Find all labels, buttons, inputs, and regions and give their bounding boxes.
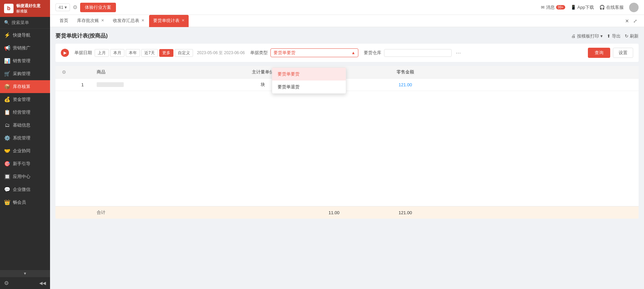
type-filter-label: 单据类型 — [250, 50, 268, 56]
table-footer: 合计 11.00 121.00 — [55, 206, 639, 219]
sidebar-item-member[interactable]: 👑畅会员 — [0, 196, 50, 209]
date-this-month-btn[interactable]: 本月 — [110, 49, 124, 57]
sidebar-scroll-down[interactable]: ▼ — [0, 270, 50, 277]
nav-icon-basic: 🗂 — [4, 122, 10, 128]
refresh-icon: ↻ — [625, 34, 628, 39]
nav-label-wechat: 企业微信 — [13, 186, 30, 193]
filter-action-buttons: 查询 设置 — [588, 48, 633, 58]
date-this-year-btn[interactable]: 本年 — [126, 49, 140, 57]
sidebar-item-appstore[interactable]: 🔲应用中心 — [0, 170, 50, 183]
user-avatar[interactable] — [629, 3, 639, 12]
tab-label-order-stats: 要货单统计表 — [153, 18, 180, 24]
print-icon: 🖨 — [571, 34, 576, 39]
query-button[interactable]: 查询 — [588, 48, 610, 58]
export-btn[interactable]: ⬆ 导出 — [607, 33, 621, 39]
nav-icon-inventory: 📦 — [4, 84, 10, 90]
filter-bar: ▶ 单据日期 上月 本月 本年 近7天 更多 自定义 2023-05-06 至 … — [55, 44, 639, 62]
nav-label-sales: 销售管理 — [13, 58, 30, 64]
sidebar-settings-icon[interactable]: ⚙ — [4, 280, 9, 286]
nav-icon-sales: 📊 — [4, 58, 10, 64]
nav-label-purchase: 采购管理 — [13, 71, 30, 77]
table-col-seq-header — [72, 66, 93, 78]
trial-button[interactable]: 体验行业方案 — [80, 3, 116, 12]
nav-label-inventory: 库存核算 — [13, 84, 30, 90]
footer-label-cell: 合计 — [93, 206, 227, 219]
nav-icon-guide: 🎯 — [4, 161, 10, 167]
tab-label-home: 首页 — [59, 18, 68, 24]
sidebar-item-purchase[interactable]: 🛒采购管理 — [0, 67, 50, 80]
messages-btn[interactable]: ✉ 消息 99+ — [541, 4, 565, 10]
row-goods-cell — [93, 79, 227, 91]
search-icon: 🔍 — [4, 20, 9, 25]
sidebar-item-sales[interactable]: 📊销售管理 — [0, 54, 50, 67]
headset-icon: 🎧 — [599, 5, 605, 10]
row-amount-cell: 121.00 — [370, 79, 441, 91]
message-icon: ✉ — [541, 5, 545, 10]
warehouse-input[interactable] — [384, 49, 452, 57]
sidebar-item-basic[interactable]: 🗂基础信息 — [0, 119, 50, 132]
app-download-btn[interactable]: 📱 App下载 — [571, 4, 594, 10]
topbar: 41 ▾ ⚙ 体验行业方案 ✉ 消息 99+ 📱 App下载 🎧 在线客服 — [50, 0, 644, 15]
row-rest-cell — [441, 79, 639, 91]
tab-close-inventory-batch[interactable]: ✕ — [101, 18, 104, 23]
topbar-left: 41 ▾ ⚙ 体验行业方案 — [55, 3, 537, 12]
date-last-7-days-btn[interactable]: 近7天 — [141, 49, 158, 57]
date-last-month-btn[interactable]: 上月 — [95, 49, 109, 57]
maximize-tabs-btn[interactable]: ⤢ — [632, 18, 639, 24]
online-service-btn[interactable]: 🎧 在线客服 — [599, 4, 624, 10]
sidebar-item-marketing[interactable]: 📢营销推广 — [0, 42, 50, 54]
sidebar-item-inventory[interactable]: 📦库存核算 — [0, 80, 50, 93]
sidebar-item-operation[interactable]: 📋经营管理 — [0, 106, 50, 119]
row-amount-link[interactable]: 121.00 — [399, 82, 412, 87]
tab-receive-summary[interactable]: 收发存汇总表✕ — [109, 15, 148, 27]
sidebar-collapse-icon[interactable]: ◀◀ — [39, 281, 46, 286]
warehouse-filter-group: 要货仓库 ··· — [364, 49, 461, 57]
table-col-settings-header: ⚙ — [55, 66, 72, 78]
sidebar-item-enterprise[interactable]: 🤝企业协同 — [0, 144, 50, 157]
tab-order-stats[interactable]: 要货单统计表✕ — [149, 15, 189, 27]
table-settings-icon[interactable]: ⚙ — [62, 69, 66, 75]
app-logo: b 畅捷通好生意 标准版 — [0, 0, 50, 17]
dropdown-item-order-goods[interactable]: 要货单要货 — [272, 68, 346, 81]
more-filters-btn[interactable]: ··· — [456, 49, 461, 57]
tab-inventory-batch[interactable]: 库存批次账✕ — [73, 15, 108, 27]
table-row: 1 块 11.00 121.00 — [55, 79, 639, 91]
tab-close-order-stats[interactable]: ✕ — [182, 18, 185, 23]
date-custom-btn[interactable]: 自定义 — [175, 49, 193, 57]
tab-close-receive-summary[interactable]: ✕ — [141, 18, 144, 23]
table-empty-space — [55, 91, 639, 206]
sidebar-item-guide[interactable]: 🎯新手引导 — [0, 157, 50, 170]
store-select[interactable]: 41 ▾ — [55, 3, 70, 11]
refresh-btn[interactable]: ↻ 刷新 — [625, 33, 639, 39]
store-caret-icon: ▾ — [65, 5, 67, 10]
date-more-btn[interactable]: 更多 — [159, 49, 173, 57]
type-selected-value: 要货单要货 — [273, 50, 295, 56]
type-select[interactable]: 要货单要货 ▲ — [270, 48, 358, 57]
tab-home[interactable]: 首页 — [55, 15, 72, 27]
phone-icon: 📱 — [571, 5, 576, 10]
sidebar-item-quick-nav[interactable]: ⚡快捷导航 — [0, 29, 50, 42]
table-header: ⚙ 商品 主计量单位 主数量 零售金额 — [55, 66, 639, 79]
nav-label-enterprise: 企业协同 — [13, 148, 30, 154]
print-caret-icon: ▾ — [600, 34, 603, 39]
table-col-rest-header — [441, 66, 639, 78]
settings-button[interactable]: 设置 — [613, 48, 633, 58]
table-col-amount-header: 零售金额 — [370, 66, 441, 78]
nav-icon-system: ⚙️ — [4, 135, 10, 141]
sidebar-item-wechat[interactable]: 💬企业微信 — [0, 183, 50, 196]
sidebar-item-system[interactable]: ⚙️系统管理 — [0, 132, 50, 144]
dropdown-item-order-return[interactable]: 要货单退货 — [272, 81, 346, 93]
footer-total-label: 合计 — [97, 209, 105, 216]
print-template-btn[interactable]: 🖨 按模板打印 ▾ — [571, 33, 603, 39]
nav-label-quick-nav: 快捷导航 — [13, 32, 30, 38]
tabs-actions: ✕ ⤢ — [624, 18, 639, 24]
tab-label-inventory-batch: 库存批次账 — [77, 18, 99, 24]
filter-toggle-btn[interactable]: ▶ — [61, 49, 69, 57]
main-area: 41 ▾ ⚙ 体验行业方案 ✉ 消息 99+ 📱 App下载 🎧 在线客服 — [50, 0, 644, 289]
date-filter-group: 单据日期 上月 本月 本年 近7天 更多 自定义 2023-05-06 至 20… — [74, 49, 245, 57]
search-menu[interactable]: 🔍 搜索菜单 — [0, 17, 50, 29]
sidebar-item-finance[interactable]: 💰资金管理 — [0, 93, 50, 106]
close-all-tabs-btn[interactable]: ✕ — [624, 18, 630, 24]
gear-icon[interactable]: ⚙ — [73, 4, 77, 10]
nav-label-member: 畅会员 — [13, 199, 26, 205]
